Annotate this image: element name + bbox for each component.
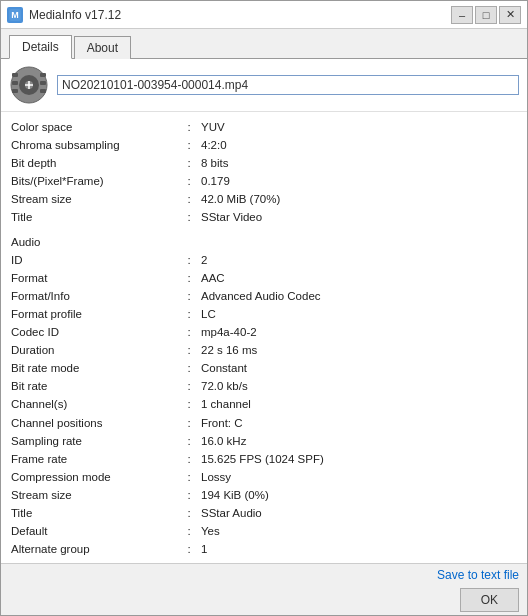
table-row: Format/Info : Advanced Audio Codec — [9, 287, 519, 305]
table-row: Format : AAC — [9, 269, 519, 287]
file-bar — [1, 59, 527, 112]
row-sep: : — [179, 269, 199, 287]
table-row: Channel(s) : 1 channel — [9, 395, 519, 413]
table-row: Frame rate : 15.625 FPS (1024 SPF) — [9, 450, 519, 468]
row-label: Format — [9, 269, 179, 287]
row-sep: : — [179, 136, 199, 154]
row-value: 1 — [199, 540, 519, 558]
bottom-bar: Save to text file OK — [1, 563, 527, 615]
row-label: Channel(s) — [9, 395, 179, 413]
row-value: SStar Video — [199, 208, 519, 226]
close-button[interactable]: ✕ — [499, 6, 521, 24]
file-icon — [9, 65, 49, 105]
row-sep: : — [179, 118, 199, 136]
table-row: Default : Yes — [9, 522, 519, 540]
svg-rect-9 — [40, 81, 46, 85]
tab-about[interactable]: About — [74, 36, 131, 59]
ok-button[interactable]: OK — [460, 588, 519, 612]
row-label: Title — [9, 208, 179, 226]
row-sep: : — [179, 172, 199, 190]
row-value: AAC — [199, 269, 519, 287]
tab-details[interactable]: Details — [9, 35, 72, 59]
svg-rect-10 — [40, 89, 46, 93]
row-value: 16.0 kHz — [199, 432, 519, 450]
maximize-button[interactable]: □ — [475, 6, 497, 24]
row-value: Constant — [199, 359, 519, 377]
table-row: Codec ID : mp4a-40-2 — [9, 323, 519, 341]
row-label: Alternate group — [9, 540, 179, 558]
row-sep: : — [179, 190, 199, 208]
row-label: Format/Info — [9, 287, 179, 305]
row-sep: : — [179, 377, 199, 395]
row-label: Stream size — [9, 190, 179, 208]
table-row: Sampling rate : 16.0 kHz — [9, 432, 519, 450]
row-sep: : — [179, 251, 199, 269]
row-sep: : — [179, 486, 199, 504]
row-value: Yes — [199, 522, 519, 540]
row-sep: : — [179, 395, 199, 413]
row-sep: : — [179, 208, 199, 226]
row-sep: : — [179, 323, 199, 341]
table-row: ID : 2 — [9, 251, 519, 269]
row-value: 194 KiB (0%) — [199, 486, 519, 504]
row-value: 2 — [199, 251, 519, 269]
row-label: Stream size — [9, 486, 179, 504]
tab-bar: Details About — [1, 29, 527, 59]
row-label: Bit rate mode — [9, 359, 179, 377]
row-label: Color space — [9, 118, 179, 136]
table-row: Duration : 22 s 16 ms — [9, 341, 519, 359]
row-value: 15.625 FPS (1024 SPF) — [199, 450, 519, 468]
table-row: Bit rate mode : Constant — [9, 359, 519, 377]
row-sep: : — [179, 540, 199, 558]
row-sep: : — [179, 450, 199, 468]
table-row: Stream size : 42.0 MiB (70%) — [9, 190, 519, 208]
title-bar-left: M MediaInfo v17.12 — [7, 7, 121, 23]
row-sep: : — [179, 432, 199, 450]
row-label: Bit depth — [9, 154, 179, 172]
section-header: Audio — [9, 233, 519, 251]
table-row: Bits/(Pixel*Frame) : 0.179 — [9, 172, 519, 190]
svg-rect-5 — [12, 73, 18, 77]
row-label: Bit rate — [9, 377, 179, 395]
row-value: Front: C — [199, 414, 519, 432]
table-row: Title : SStar Video — [9, 208, 519, 226]
row-value: LC — [199, 305, 519, 323]
row-label: Compression mode — [9, 468, 179, 486]
row-value: 1 channel — [199, 395, 519, 413]
row-value: Advanced Audio Codec — [199, 287, 519, 305]
row-sep: : — [179, 287, 199, 305]
row-label: Default — [9, 522, 179, 540]
row-sep: : — [179, 359, 199, 377]
table-row: Alternate group : 1 — [9, 540, 519, 558]
svg-rect-7 — [12, 89, 18, 93]
table-row: Channel positions : Front: C — [9, 414, 519, 432]
content-area: Color space : YUV Chroma subsampling : 4… — [1, 59, 527, 563]
info-table: Color space : YUV Chroma subsampling : 4… — [9, 118, 519, 563]
row-label: Format profile — [9, 305, 179, 323]
row-sep: : — [179, 341, 199, 359]
save-to-text-link[interactable]: Save to text file — [437, 568, 519, 582]
row-label: Codec ID — [9, 323, 179, 341]
row-value: mp4a-40-2 — [199, 323, 519, 341]
info-scroll[interactable]: Color space : YUV Chroma subsampling : 4… — [1, 112, 527, 563]
row-value: Lossy — [199, 468, 519, 486]
row-sep: : — [179, 504, 199, 522]
row-value: YUV — [199, 118, 519, 136]
row-sep: : — [179, 414, 199, 432]
row-value: 8 bits — [199, 154, 519, 172]
app-icon: M — [7, 7, 23, 23]
row-sep: : — [179, 305, 199, 323]
row-label: Channel positions — [9, 414, 179, 432]
row-label: Title — [9, 504, 179, 522]
title-bar: M MediaInfo v17.12 – □ ✕ — [1, 1, 527, 29]
window-title: MediaInfo v17.12 — [29, 8, 121, 22]
table-row: Format profile : LC — [9, 305, 519, 323]
row-label: ID — [9, 251, 179, 269]
svg-rect-6 — [12, 81, 18, 85]
table-row: Chroma subsampling : 4:2:0 — [9, 136, 519, 154]
row-value: 42.0 MiB (70%) — [199, 190, 519, 208]
minimize-button[interactable]: – — [451, 6, 473, 24]
title-buttons: – □ ✕ — [451, 6, 521, 24]
file-name-input[interactable] — [57, 75, 519, 95]
row-label: Frame rate — [9, 450, 179, 468]
